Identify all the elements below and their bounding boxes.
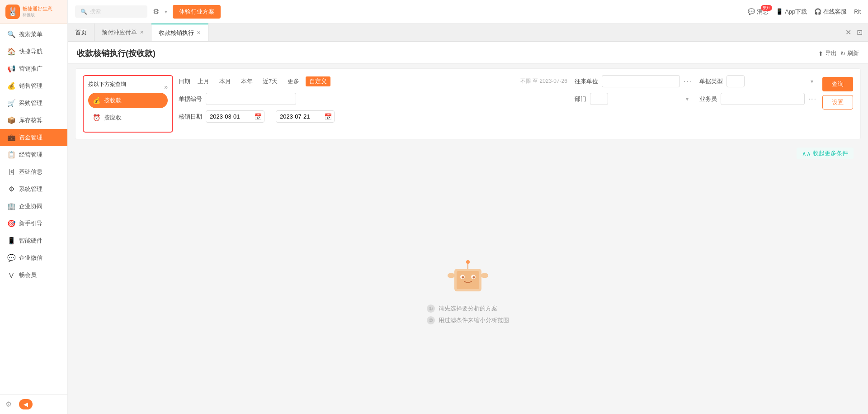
footer-settings-icon[interactable]: ⚙ xyxy=(5,400,12,409)
search-icon: 🔍 xyxy=(7,30,15,38)
dept-select[interactable] xyxy=(590,93,608,105)
writeoff-date-start-wrap: 📅 xyxy=(206,110,264,123)
sidebar-item-hardware[interactable]: 📱 智能硬件 xyxy=(0,232,67,249)
topbar-gear-icon[interactable]: ⚙ xyxy=(153,7,159,16)
date-label: 日期 xyxy=(179,77,190,86)
date-chip-last-month[interactable]: 上月 xyxy=(194,76,213,86)
staff-input[interactable] xyxy=(721,93,805,105)
main-area: 🔍 搜索 ⚙ ▾ 体验行业方案 💬 消息 99+ 📱 App下载 🎧 在线客服 … xyxy=(68,0,868,414)
sidebar-collapse-button[interactable]: ◀ xyxy=(19,399,33,409)
sidebar-item-member[interactable]: V 畅会员 xyxy=(0,266,67,284)
filter-scheme-title: 按以下方案查询 xyxy=(88,81,126,88)
tab-receipt-writeoff[interactable]: 收款核销执行 ✕ xyxy=(151,24,208,41)
filter-actions: 查询 设置 xyxy=(822,75,853,133)
counterpart-ellipsis[interactable]: ··· xyxy=(684,77,692,86)
tab-receipt-writeoff-close[interactable]: ✕ xyxy=(197,30,201,36)
sidebar-item-search-menu[interactable]: 🔍 搜索菜单 xyxy=(0,26,67,43)
app-icon: 📱 xyxy=(776,8,783,15)
filter-row-3: 核销日期 📅 — 📅 xyxy=(179,110,817,123)
doc-type-label: 单据类型 xyxy=(699,77,723,86)
date-chip-7days[interactable]: 近7天 xyxy=(259,76,281,86)
hardware-icon: 📱 xyxy=(7,237,15,245)
filter-scheme-collapse[interactable]: » xyxy=(164,83,168,90)
by-receivable-label: 按应收 xyxy=(104,114,122,122)
empty-hint-2: ② 用过滤条件来缩小分析范围 xyxy=(427,316,509,324)
finance-icon: 💼 xyxy=(7,133,15,142)
page-title: 收款核销执行(按收款) xyxy=(77,48,156,59)
basic-info-icon: 🗄 xyxy=(7,168,15,176)
tab-receipt-writeoff-label: 收款核销执行 xyxy=(159,29,194,37)
tab-expand-button[interactable]: ⊡ xyxy=(855,26,864,38)
sidebar-item-inventory[interactable]: 📦 库存核算 xyxy=(0,112,67,129)
tab-prepay-close[interactable]: ✕ xyxy=(140,29,144,35)
filter-field-doc-no: 单据编号 xyxy=(179,93,567,105)
empty-hint-1: ① 请先选择要分析的方案 xyxy=(427,305,509,313)
sidebar-item-quick-nav[interactable]: 🏠 快捷导航 xyxy=(0,43,67,60)
sidebar-item-basic-info[interactable]: 🗄 基础信息 xyxy=(0,163,67,181)
filter-field-counterpart: 往来单位 ··· xyxy=(575,75,692,87)
filter-field-date: 日期 上月 本月 本年 近7天 更多 自定义 xyxy=(179,76,513,86)
date-filter: 上月 本月 本年 近7天 更多 自定义 xyxy=(194,76,330,86)
export-button[interactable]: ⬆ 导出 xyxy=(818,49,837,57)
topbar-chevron-icon[interactable]: ▾ xyxy=(165,9,167,15)
sidebar-item-sales[interactable]: 💰 销售管理 xyxy=(0,77,67,95)
service-label: 在线客服 xyxy=(823,8,847,16)
by-receipt-label: 按收款 xyxy=(104,96,122,105)
staff-ellipsis[interactable]: ··· xyxy=(808,95,817,103)
doc-no-label: 单据编号 xyxy=(179,95,202,103)
tab-close-button[interactable]: ✕ xyxy=(844,26,853,38)
filter-panel: 按以下方案查询 » 💰 按收款 ⏰ 按应收 xyxy=(75,68,861,139)
wechat-icon: 💬 xyxy=(7,254,15,262)
date-chip-this-year[interactable]: 本年 xyxy=(237,76,256,86)
sidebar-item-purchase[interactable]: 🛒 采购管理 xyxy=(0,95,67,112)
date-chip-this-month[interactable]: 本月 xyxy=(216,76,235,86)
sidebar-item-wechat[interactable]: 💬 企业微信 xyxy=(0,249,67,266)
topbar-search-box[interactable]: 🔍 搜索 xyxy=(75,5,147,18)
topbar-right: 💬 消息 99+ 📱 App下载 🎧 在线客服 Rit xyxy=(748,8,861,16)
topbar-message[interactable]: 💬 消息 99+ xyxy=(748,8,769,16)
date-chip-custom[interactable]: 自定义 xyxy=(306,76,330,86)
export-icon: ⬆ xyxy=(818,50,823,57)
ops-icon: 📋 xyxy=(7,151,15,159)
query-button[interactable]: 查询 xyxy=(822,77,853,91)
empty-robot-illustration xyxy=(445,251,491,296)
more-conditions-button[interactable]: ∧∧ 收起更多条件 xyxy=(797,148,854,159)
tab-prepay[interactable]: 预付冲应付单 ✕ xyxy=(94,24,151,41)
refresh-button[interactable]: ↻ 刷新 xyxy=(840,49,859,57)
counterpart-input[interactable] xyxy=(602,75,680,87)
chevron-up-icon: ∧∧ xyxy=(802,150,811,157)
sidebar-item-finance[interactable]: 💼 资金管理 xyxy=(0,129,67,146)
date-chip-more[interactable]: 更多 xyxy=(284,76,303,86)
sidebar-nav: 🔍 搜索菜单 🏠 快捷导航 📢 营销推广 💰 销售管理 🛒 采购管理 📦 库存核… xyxy=(0,24,67,394)
settings-button[interactable]: 设置 xyxy=(822,95,853,109)
filter-row-1: 日期 上月 本月 本年 近7天 更多 自定义 不限 至 2 xyxy=(179,75,817,87)
sidebar-item-marketing[interactable]: 📢 营销推广 xyxy=(0,60,67,77)
sidebar-item-ops[interactable]: 📋 经营管理 xyxy=(0,146,67,163)
by-receipt-icon: 💰 xyxy=(93,97,100,104)
filter-field-staff: 业务员 ··· xyxy=(699,93,817,105)
filter-option-by-receipt[interactable]: 💰 按收款 xyxy=(88,93,168,108)
member-icon: V xyxy=(7,271,15,279)
filter-field-doc-type: 单据类型 xyxy=(699,75,817,87)
writeoff-start-calendar-icon[interactable]: 📅 xyxy=(254,113,262,120)
tabbar: 首页 预付冲应付单 ✕ 收款核销执行 ✕ ✕ ⊡ xyxy=(68,24,868,42)
sidebar-item-guide[interactable]: 🎯 新手引导 xyxy=(0,215,67,232)
svg-point-5 xyxy=(473,276,475,279)
svg-rect-8 xyxy=(448,273,455,278)
topbar-user[interactable]: Rit xyxy=(854,9,861,15)
solution-button[interactable]: 体验行业方案 xyxy=(173,5,221,19)
doc-no-input[interactable] xyxy=(206,93,296,105)
writeoff-end-calendar-icon[interactable]: 📅 xyxy=(324,113,332,120)
filter-option-by-receivable[interactable]: ⏰ 按应收 xyxy=(88,110,168,125)
sidebar-item-system[interactable]: ⚙ 系统管理 xyxy=(0,181,67,198)
app-label: App下载 xyxy=(785,8,807,16)
tabbar-controls: ✕ ⊡ xyxy=(844,26,868,38)
doc-type-select[interactable] xyxy=(726,75,745,87)
guide-icon: 🎯 xyxy=(7,219,15,228)
tab-home[interactable]: 首页 xyxy=(68,24,94,41)
sidebar-item-enterprise[interactable]: 🏢 企业协同 xyxy=(0,198,67,215)
sales-icon: 💰 xyxy=(7,82,15,90)
staff-label: 业务员 xyxy=(699,95,717,103)
topbar-service[interactable]: 🎧 在线客服 xyxy=(814,8,847,16)
topbar-app-download[interactable]: 📱 App下载 xyxy=(776,8,807,16)
